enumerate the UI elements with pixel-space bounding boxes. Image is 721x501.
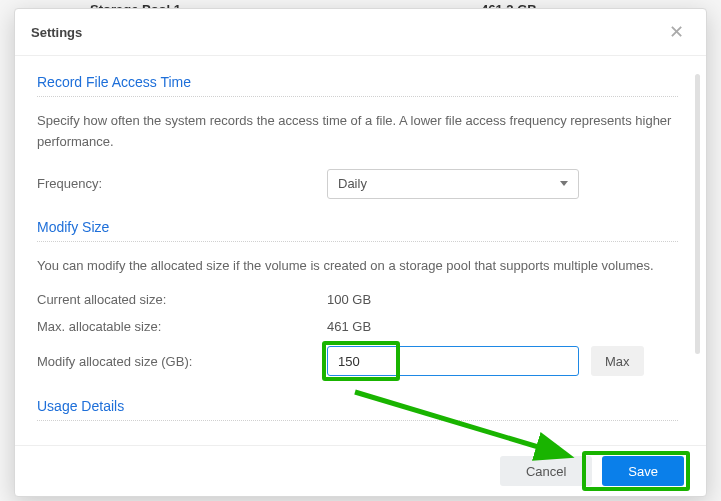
section-record-title: Record File Access Time <box>37 74 678 97</box>
modify-description: You can modify the allocated size if the… <box>37 256 678 277</box>
current-size-row: Current allocated size: 100 GB <box>37 292 678 307</box>
modify-size-row: Modify allocated size (GB): Max <box>37 346 678 376</box>
cancel-button[interactable]: Cancel <box>500 456 592 486</box>
frequency-value: Daily <box>338 176 367 191</box>
frequency-row: Frequency: Daily <box>37 169 678 199</box>
max-button[interactable]: Max <box>591 346 644 376</box>
settings-dialog: Settings ✕ Record File Access Time Speci… <box>14 8 707 497</box>
max-size-label: Max. allocatable size: <box>37 319 327 334</box>
current-size-value: 100 GB <box>327 292 371 307</box>
save-button[interactable]: Save <box>602 456 684 486</box>
current-size-label: Current allocated size: <box>37 292 327 307</box>
modify-size-input[interactable] <box>327 346 579 376</box>
scrollbar[interactable] <box>695 74 700 354</box>
close-icon[interactable]: ✕ <box>663 19 690 45</box>
dialog-footer: Cancel Save <box>15 445 706 496</box>
frequency-select[interactable]: Daily <box>327 169 579 199</box>
max-size-row: Max. allocatable size: 461 GB <box>37 319 678 334</box>
dialog-title: Settings <box>31 25 663 40</box>
frequency-label: Frequency: <box>37 176 327 191</box>
modify-size-input-wrap: Max <box>327 346 644 376</box>
record-description: Specify how often the system records the… <box>37 111 678 153</box>
dialog-header: Settings ✕ <box>15 9 706 56</box>
section-usage-title: Usage Details <box>37 398 678 421</box>
modify-size-label: Modify allocated size (GB): <box>37 354 327 369</box>
dialog-body: Record File Access Time Specify how ofte… <box>15 56 706 445</box>
max-size-value: 461 GB <box>327 319 371 334</box>
section-modify-title: Modify Size <box>37 219 678 242</box>
chevron-down-icon <box>560 181 568 186</box>
